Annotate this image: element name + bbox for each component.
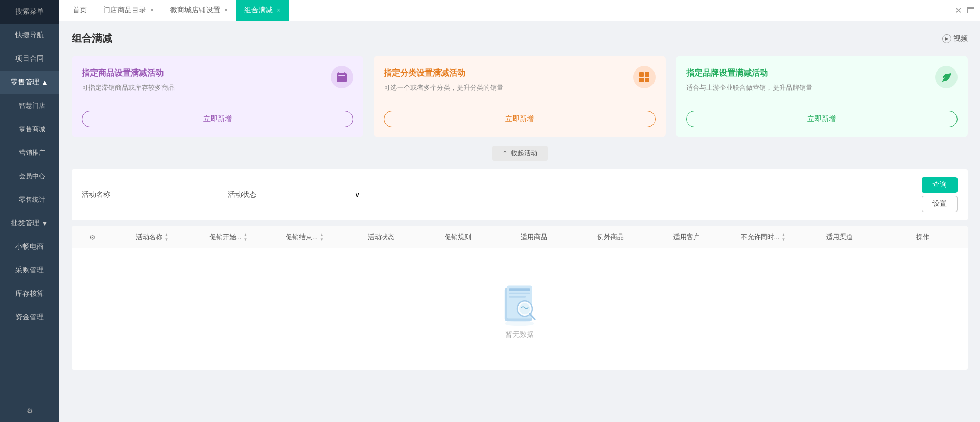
th-operations: 操作 — [878, 232, 968, 242]
svg-point-11 — [519, 303, 530, 315]
search-bar: 活动名称 活动状态 ∨ 查询 设置 — [72, 169, 968, 220]
sidebar-item-purchase-mgmt[interactable]: 采购管理 — [0, 259, 59, 282]
video-link[interactable]: ▶ 视频 — [942, 34, 968, 43]
svg-rect-0 — [639, 72, 644, 77]
activity-status-label: 活动状态 — [228, 190, 256, 199]
empty-illustration — [494, 279, 545, 330]
brand-card-title: 指定品牌设置满减活动 — [686, 68, 958, 79]
sidebar-item-quick-nav[interactable]: 快捷导航 — [0, 24, 59, 47]
sidebar-item-smart-store[interactable]: 智慧门店 — [0, 94, 59, 118]
activity-name-label: 活动名称 — [82, 190, 110, 199]
sort-icon: ▲▼ — [320, 232, 324, 242]
settings-button[interactable]: 设置 — [922, 196, 958, 212]
tab-bar: 首页 门店商品目录 × 微商城店铺设置 × 组合满减 × ✕ 🗖 — [59, 0, 980, 21]
th-gear[interactable]: ⚙ — [72, 233, 114, 241]
empty-text: 暂无数据 — [505, 330, 534, 339]
category-activity-card: 指定分类设置满减活动 可选一个或者多个分类，提升分类的销量 立即新增 — [374, 56, 665, 137]
th-promo-start[interactable]: 促销开始... ▲▼ — [190, 232, 267, 242]
sidebar-item-marketing[interactable]: 营销推广 — [0, 141, 59, 165]
svg-rect-9 — [509, 296, 526, 297]
close-icon[interactable]: ✕ — [955, 6, 962, 15]
sidebar: 搜索菜单 快捷导航 项目合同 零售管理 ▲ 智慧门店 零售商城 营销推广 会员中… — [0, 0, 59, 422]
chevron-down-icon: ▼ — [41, 219, 49, 227]
sidebar-item-inventory[interactable]: 库存核算 — [0, 282, 59, 306]
svg-rect-3 — [645, 78, 649, 82]
brand-activity-card: 指定品牌设置满减活动 适合与上游企业联合做营销，提升品牌销量 立即新增 — [676, 56, 968, 137]
th-promo-end[interactable]: 促销结束... ▲▼ — [267, 232, 343, 242]
empty-state: 暂无数据 — [72, 248, 968, 370]
tab-home[interactable]: 首页 — [64, 0, 95, 21]
tab-close-ministore-settings[interactable]: × — [224, 7, 228, 14]
goods-card-add-btn[interactable]: 立即新增 — [82, 111, 353, 127]
tab-combo-discount[interactable]: 组合满减 × — [236, 0, 289, 21]
sort-icon: ▲▼ — [781, 232, 785, 242]
sidebar-item-finance[interactable]: 资金管理 — [0, 306, 59, 329]
svg-rect-1 — [645, 72, 649, 77]
th-applicable-channel: 适用渠道 — [801, 232, 878, 242]
sidebar-item-retail-stats[interactable]: 零售统计 — [0, 188, 59, 212]
brand-card-desc: 适合与上游企业联合做营销，提升品牌销量 — [686, 83, 958, 103]
page-header: 组合满减 ▶ 视频 — [72, 32, 968, 45]
sidebar-search[interactable]: 搜索菜单 — [0, 0, 59, 24]
sidebar-item-project-contract[interactable]: 项目合同 — [0, 47, 59, 71]
tab-store-catalog[interactable]: 门店商品目录 × — [95, 0, 162, 21]
sidebar-item-member-center[interactable]: 会员中心 — [0, 165, 59, 188]
activity-status-field: 活动状态 ∨ — [228, 189, 364, 201]
table-header: ⚙ 活动名称 ▲▼ 促销开始... ▲▼ 促销结束... ▲▼ 活动状态 — [72, 226, 968, 248]
video-icon: ▶ — [942, 34, 951, 43]
sidebar-item-wholesale-mgmt[interactable]: 批发管理 ▼ — [0, 212, 59, 235]
brand-card-add-btn[interactable]: 立即新增 — [686, 111, 958, 127]
activity-cards: 指定商品设置满减活动 可指定滞销商品或库存较多商品 立即新增 指定分类设置满减活… — [72, 56, 968, 137]
gear-icon: ⚙ — [27, 407, 33, 415]
page-body: 组合满减 ▶ 视频 指定商品设置满减活动 可指定滞销商品或库存较多商品 立即新增 — [59, 21, 980, 422]
search-buttons: 查询 设置 — [922, 177, 958, 212]
sidebar-item-retail-management[interactable]: 零售管理 ▲ — [0, 71, 59, 94]
chevron-up-icon: ▲ — [41, 78, 49, 86]
goods-card-desc: 可指定滞销商品或库存较多商品 — [82, 83, 353, 103]
chevron-down-icon: ∨ — [355, 191, 360, 199]
th-no-concurrent[interactable]: 不允许同时... ▲▼ — [725, 232, 802, 242]
sort-icon: ▲▼ — [165, 232, 169, 242]
svg-point-4 — [505, 321, 534, 326]
goods-activity-card: 指定商品设置满减活动 可指定滞销商品或库存较多商品 立即新增 — [72, 56, 363, 137]
sidebar-item-xc-ecommerce[interactable]: 小畅电商 — [0, 235, 59, 259]
maximize-icon[interactable]: 🗖 — [967, 6, 975, 15]
data-table: ⚙ 活动名称 ▲▼ 促销开始... ▲▼ 促销结束... ▲▼ 活动状态 — [72, 226, 968, 370]
query-button[interactable]: 查询 — [922, 177, 958, 193]
search-menu-label: 搜索菜单 — [15, 7, 44, 15]
tab-ministore-settings[interactable]: 微商城店铺设置 × — [162, 0, 236, 21]
settings-icon: ⚙ — [89, 233, 96, 241]
th-promo-rule: 促销规则 — [419, 232, 496, 242]
goods-card-title: 指定商品设置满减活动 — [82, 68, 353, 79]
th-applicable-customer: 适用客户 — [648, 232, 725, 242]
sort-icon: ▲▼ — [243, 232, 247, 242]
category-card-add-btn[interactable]: 立即新增 — [384, 111, 655, 127]
svg-rect-8 — [509, 293, 530, 294]
th-activity-name[interactable]: 活动名称 ▲▼ — [114, 232, 191, 242]
th-applicable-goods: 适用商品 — [496, 232, 572, 242]
collapse-bar: ⌃ 收起活动 — [72, 146, 968, 161]
window-controls: ✕ 🗖 — [955, 6, 975, 15]
th-activity-status: 活动状态 — [343, 232, 419, 242]
activity-name-field: 活动名称 — [82, 189, 218, 201]
svg-rect-2 — [639, 78, 644, 82]
category-card-title: 指定分类设置满减活动 — [384, 68, 655, 79]
tab-close-combo-discount[interactable]: × — [277, 7, 281, 14]
category-card-desc: 可选一个或者多个分类，提升分类的销量 — [384, 83, 655, 103]
sidebar-settings[interactable]: ⚙ — [0, 400, 59, 422]
leaf-icon — [935, 66, 958, 88]
grid-icon — [633, 66, 656, 88]
main-content: 首页 门店商品目录 × 微商城店铺设置 × 组合满减 × ✕ 🗖 组合满减 ▶ … — [59, 0, 980, 422]
page-title: 组合满减 — [72, 32, 112, 45]
svg-rect-7 — [509, 288, 530, 291]
bag-icon — [331, 66, 353, 88]
activity-status-select[interactable]: ∨ — [262, 189, 364, 201]
tab-close-store-catalog[interactable]: × — [150, 7, 154, 14]
chevron-up-icon: ⌃ — [502, 150, 508, 157]
th-exception-goods: 例外商品 — [572, 232, 649, 242]
activity-name-input[interactable] — [115, 189, 218, 201]
collapse-activity-btn[interactable]: ⌃ 收起活动 — [492, 146, 548, 161]
sidebar-item-retail-mall[interactable]: 零售商城 — [0, 118, 59, 141]
